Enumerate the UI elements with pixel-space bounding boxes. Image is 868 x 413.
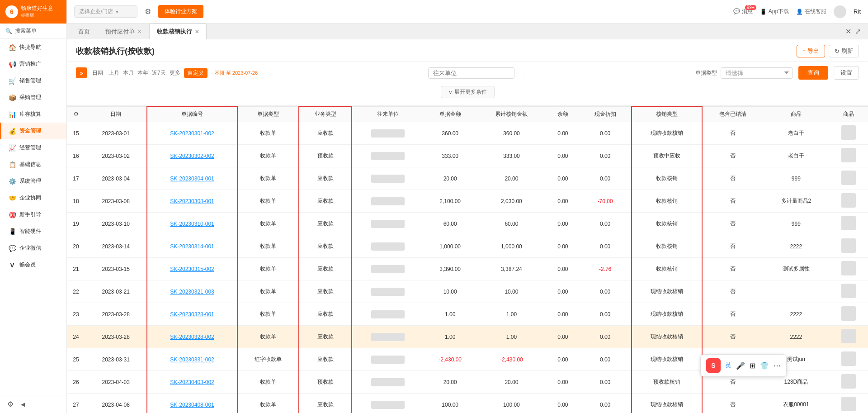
close-window-icon[interactable]: ✕ <box>845 27 851 36</box>
row-bill-type: 收款单 <box>237 122 299 145</box>
table-row: 21 2023-03-15 SK-20230315-002 收款单 应收款 ██… <box>67 258 868 280</box>
app-sub: 标推版 <box>21 12 53 19</box>
col-bill-no-header: 单据编号 <box>147 106 237 122</box>
ime-mic[interactable]: 🎤 <box>736 361 745 370</box>
refresh-button[interactable]: ↻ 刷新 <box>829 45 859 57</box>
row-partner: ████ <box>352 213 424 235</box>
sidebar-item-marketing[interactable]: 📢 营销推广 <box>0 56 66 72</box>
row-include-settled: 否 <box>702 280 763 303</box>
sidebar-item-system[interactable]: ⚙️ 系统管理 <box>0 173 66 190</box>
row-partner: ████ <box>352 190 424 213</box>
ime-more[interactable]: ⋯ <box>774 361 781 370</box>
row-include-settled: 否 <box>702 394 763 413</box>
tab-receipt-cancel[interactable]: 收款核销执行 ✕ <box>149 24 207 39</box>
sidebar-item-inventory[interactable]: 📊 库存核算 <box>0 106 66 123</box>
tab-receipt-cancel-close[interactable]: ✕ <box>195 29 199 35</box>
online-service-link[interactable]: 👤 在线客服 <box>796 8 826 15</box>
ime-shirt[interactable]: 👕 <box>760 361 769 370</box>
row-bill-no: SK-20230315-002 <box>147 258 237 280</box>
filter-toggle-button[interactable]: » <box>76 67 87 78</box>
date-this-month[interactable]: 本月 <box>123 69 134 77</box>
company-selector[interactable]: 选择企业/门店 ▾ <box>74 5 137 18</box>
row-balance: 0.00 <box>546 213 579 235</box>
query-button[interactable]: 查询 <box>798 66 828 80</box>
row-bill-type: 收款单 <box>237 235 299 258</box>
message-button[interactable]: 💬 消息 99+ <box>733 8 752 15</box>
row-product2 <box>829 371 868 394</box>
row-bill-type: 收款单 <box>237 326 299 348</box>
row-cancel-type: 预收款核销 <box>632 371 703 394</box>
row-bill-amount: -2,430.00 <box>424 348 477 371</box>
tab-prepayment[interactable]: 预付应付单 ✕ <box>98 24 149 39</box>
gear-icon[interactable]: ⚙ <box>143 5 153 18</box>
row-no: 16 <box>67 145 85 167</box>
date-7days[interactable]: 近7天 <box>152 69 166 77</box>
date-custom-button[interactable]: 自定义 <box>184 68 208 78</box>
ime-grid[interactable]: ⊞ <box>750 361 755 370</box>
row-partner: ████ <box>352 348 424 371</box>
date-this-year[interactable]: 本年 <box>137 69 148 77</box>
settings-icon[interactable]: ⚙ <box>7 400 14 408</box>
sidebar-item-label: 新手引导 <box>19 211 41 218</box>
date-more[interactable]: 更多 <box>170 69 180 77</box>
row-no: 25 <box>67 348 85 371</box>
avatar[interactable] <box>834 5 846 18</box>
row-partner: ████ <box>352 258 424 280</box>
table-row: 19 2023-03-10 SK-20230310-001 收款单 应收款 ██… <box>67 213 868 235</box>
tab-home[interactable]: 首页 <box>71 24 98 39</box>
row-bill-amount: 10.00 <box>424 280 477 303</box>
export-button[interactable]: ↑ 导出 <box>797 45 825 57</box>
industry-solution-button[interactable]: 体验行业方案 <box>158 5 203 18</box>
sidebar-item-shortcut[interactable]: 🏠 快捷导航 <box>0 39 66 56</box>
col-include-settled-header: 包含已结清 <box>702 106 763 122</box>
sidebar-item-guide[interactable]: 🎯 新手引导 <box>0 206 66 223</box>
row-biz-type: 应收款 <box>299 258 352 280</box>
marketing-icon: 📢 <box>9 61 16 68</box>
sidebar-item-member[interactable]: V 畅会员 <box>0 256 66 273</box>
message-icon: 💬 <box>733 8 740 14</box>
col-gear-header[interactable]: ⚙ <box>67 106 85 122</box>
sidebar-item-hardware[interactable]: 📱 智能硬件 <box>0 223 66 240</box>
operation-icon: 📈 <box>9 144 16 152</box>
row-biz-type: 应收款 <box>299 326 352 348</box>
topbar: 选择企业/门店 ▾ ⚙ 体验行业方案 💬 消息 99+ 📱 App下载 👤 在线… <box>67 0 868 24</box>
collapse-icon[interactable]: ◀ <box>21 401 25 408</box>
sidebar-item-purchase[interactable]: 📦 采购管理 <box>0 89 66 106</box>
table-row: 24 2023-03-28 SK-20230328-002 收款单 应收款 ██… <box>67 326 868 348</box>
table-row: 16 2023-03-02 SK-20230302-002 收款单 预收款 ██… <box>67 145 868 167</box>
sidebar-item-operation[interactable]: 📈 经营管理 <box>0 139 66 156</box>
sidebar-item-basic[interactable]: 📋 基础信息 <box>0 156 66 173</box>
row-no: 22 <box>67 280 85 303</box>
row-cancel-amount: 10.00 <box>477 280 546 303</box>
table-row: 23 2023-03-28 SK-20230328-001 收款单 应收款 ██… <box>67 303 868 326</box>
partner-input[interactable] <box>428 67 514 79</box>
row-cancel-amount: 1.00 <box>477 326 546 348</box>
row-no: 23 <box>67 303 85 326</box>
row-product: 2222 <box>764 235 829 258</box>
date-last-month[interactable]: 上月 <box>108 69 119 77</box>
row-balance: 0.00 <box>546 394 579 413</box>
row-product: 测试多属性 <box>764 258 829 280</box>
row-cancel-amount: 2,030.00 <box>477 190 546 213</box>
app-download-link[interactable]: 📱 App下载 <box>760 8 789 15</box>
row-product2 <box>829 190 868 213</box>
purchase-icon: 📦 <box>9 94 16 101</box>
main-area: 选择企业/门店 ▾ ⚙ 体验行业方案 💬 消息 99+ 📱 App下载 👤 在线… <box>67 0 868 413</box>
maximize-icon[interactable]: ⤢ <box>855 27 861 36</box>
tab-prepayment-close[interactable]: ✕ <box>137 29 142 35</box>
sidebar-item-wechat[interactable]: 💬 企业微信 <box>0 240 66 256</box>
ime-text: 英 <box>725 361 731 370</box>
bill-type-select[interactable]: 请选择 <box>721 67 793 79</box>
sidebar-item-finance[interactable]: 💰 资金管理 <box>0 123 66 139</box>
sidebar-item-corp[interactable]: 🤝 企业协同 <box>0 190 66 206</box>
sidebar-search[interactable]: 🔍 搜索菜单 <box>0 24 66 39</box>
row-date: 2023-03-02 <box>85 145 147 167</box>
setting-button[interactable]: 设置 <box>834 66 859 80</box>
expand-conditions-button[interactable]: ∨ 展开更多条件 <box>441 86 495 98</box>
sidebar-item-sales[interactable]: 🛒 销售管理 <box>0 72 66 89</box>
row-partner: ████ <box>352 235 424 258</box>
row-balance: 0.00 <box>546 235 579 258</box>
search-icon: 🔍 <box>5 28 12 34</box>
row-partner: ████ <box>352 394 424 413</box>
row-biz-type: 预收款 <box>299 145 352 167</box>
